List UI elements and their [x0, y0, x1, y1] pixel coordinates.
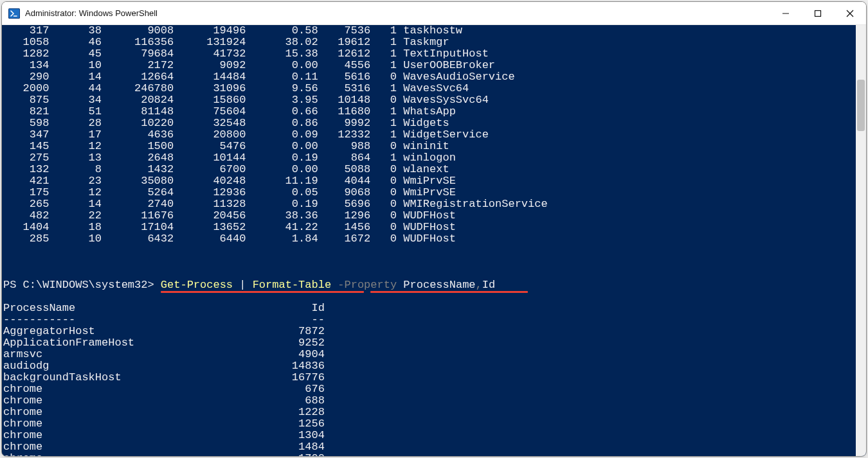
process-row: 8215181148756040.66116801WhatsApp: [3, 106, 854, 118]
terminal-output[interactable]: 317389008194960.5875361taskhostw10584611…: [2, 25, 856, 456]
process-row: 265142740113280.1956960WMIRegistrationSe…: [3, 198, 854, 210]
titlebar[interactable]: Administrator: Windows PowerShell: [2, 2, 866, 25]
annotation-underline: [370, 291, 528, 293]
scrollbar-thumb[interactable]: [857, 80, 865, 131]
process-row: 347174636208000.09123321WidgetService: [3, 129, 854, 141]
table-row: chrome688: [3, 395, 854, 407]
table-row: chrome676: [3, 383, 854, 395]
svg-rect-4: [815, 10, 821, 16]
table-separator: -------------: [3, 314, 854, 326]
table-row: chrome1256: [3, 418, 854, 430]
process-row: 28510643264401.8416720WUDFHost: [3, 233, 854, 245]
process-row: 175125264129360.0590680WmiPrvSE: [3, 187, 854, 198]
table-row: armsvc4904: [3, 349, 854, 360]
process-row: 5982810220325480.8699921Widgets: [3, 118, 854, 129]
close-button[interactable]: [834, 2, 866, 24]
table-row: audiodg14836: [3, 360, 854, 372]
minimize-button[interactable]: [770, 2, 802, 24]
process-row: 14512150054760.009880wininit: [3, 141, 854, 152]
table-row: chrome1700: [3, 453, 854, 456]
process-row: 128245796844173215.38126121TextInputHost: [3, 48, 854, 60]
scrollbar[interactable]: [856, 25, 866, 456]
process-row: 275132648101440.198641winlogon: [3, 152, 854, 164]
table-header: ProcessNameId: [3, 303, 854, 314]
window-controls: [770, 2, 866, 24]
process-row: 48222116762045638.3612960WUDFHost: [3, 210, 854, 222]
process-row: 200044246780310969.5653161WavesSvc64: [3, 83, 854, 94]
command-prompt: PS C:\WINDOWS\system32> Get-Process | Fo…: [3, 279, 854, 291]
maximize-button[interactable]: [802, 2, 834, 24]
maximize-icon: [814, 10, 822, 17]
table-row: backgroundTaskHost16776: [3, 372, 854, 383]
process-row: 2901412664144840.1156160WavesAudioServic…: [3, 71, 854, 83]
table-row: chrome1228: [3, 407, 854, 418]
table-row: ApplicationFrameHost9252: [3, 337, 854, 349]
terminal-area: 317389008194960.5875361taskhostw10584611…: [2, 25, 866, 456]
process-row: 317389008194960.5875361taskhostw: [3, 25, 854, 37]
close-icon: [846, 10, 854, 17]
minimize-icon: [782, 10, 790, 17]
process-row: 140418171041365241.2214560WUDFHost: [3, 222, 854, 233]
table-row: chrome1484: [3, 441, 854, 453]
powershell-icon: [8, 8, 20, 19]
process-row: 10584611635613192438.02196121Taskmgr: [3, 37, 854, 48]
table-row: chrome1304: [3, 430, 854, 441]
process-row: 13410217290920.0045561UserOOBEBroker: [3, 60, 854, 71]
process-row: 8753420824158603.95101480WavesSysSvc64: [3, 94, 854, 106]
process-row: 1328143267000.0050880wlanext: [3, 164, 854, 175]
table-row: AggregatorHost7872: [3, 326, 854, 337]
window-title: Administrator: Windows PowerShell: [25, 8, 770, 18]
powershell-window: Administrator: Windows PowerShell 317389…: [1, 1, 867, 457]
process-row: 42123350804024811.1940440WmiPrvSE: [3, 175, 854, 187]
annotation-underline: [161, 291, 364, 293]
